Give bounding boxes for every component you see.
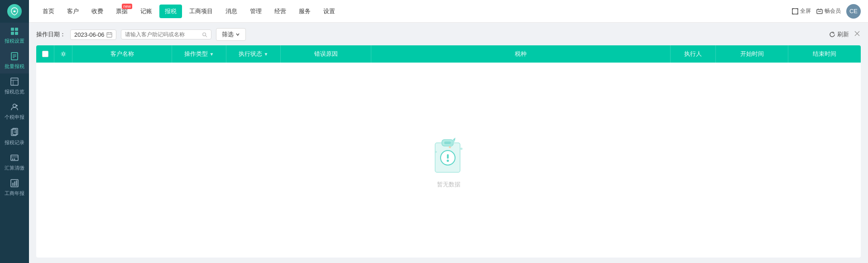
nav-operations[interactable]: 经营	[268, 0, 293, 23]
th-exec-status[interactable]: 执行状态 ▼	[226, 45, 281, 63]
column-settings-icon	[60, 51, 67, 57]
date-input[interactable]: 2023-06-06	[70, 29, 116, 40]
svg-point-44	[435, 151, 437, 153]
svg-rect-29	[106, 32, 111, 37]
svg-point-45	[460, 148, 462, 150]
sidebar-label-batch-tax: 批量报税	[5, 63, 24, 69]
fullscreen-icon	[792, 8, 798, 15]
toolbar-right: 刷新	[829, 30, 861, 39]
nav-services[interactable]: 服务	[293, 0, 317, 23]
tax-settings-icon	[10, 26, 19, 37]
annual-report-icon	[10, 179, 19, 189]
svg-rect-8	[11, 78, 18, 85]
svg-rect-1	[15, 28, 18, 31]
nav-home[interactable]: 首页	[36, 0, 61, 23]
svg-point-43	[446, 160, 449, 162]
tax-records-icon	[10, 128, 19, 138]
content: 操作日期： 2023-06-06 筛选	[29, 23, 868, 263]
sidebar-logo	[0, 0, 29, 23]
svg-rect-26	[792, 9, 798, 14]
sidebar: 报税设置 批量报税 报税总览	[0, 0, 29, 263]
nav-billing[interactable]: 收费	[85, 0, 110, 23]
toolbar: 操作日期： 2023-06-06 筛选	[36, 28, 861, 41]
svg-point-21	[14, 159, 15, 160]
topnav-right: 全屏 畅会员 CE	[792, 4, 861, 19]
fullscreen-btn[interactable]: 全屏	[792, 7, 811, 15]
svg-point-20	[12, 159, 14, 160]
empty-text: 暂无数据	[437, 180, 460, 189]
empty-illustration	[426, 132, 471, 177]
nav-business[interactable]: 工商项目	[183, 0, 219, 23]
search-icon	[202, 32, 207, 38]
refresh-btn[interactable]: 刷新	[829, 30, 849, 39]
sidebar-item-settlement[interactable]: 汇算清缴	[0, 150, 29, 175]
sort-icon-operation: ▼	[210, 52, 214, 57]
th-end-time: 结束时间	[788, 45, 861, 63]
search-box[interactable]	[121, 29, 211, 39]
th-settings	[54, 45, 72, 63]
batch-tax-icon	[10, 52, 19, 62]
th-error-reason: 错误原因	[281, 45, 371, 63]
main-area: 首页 客户 收费 票据 new 记账 报税 工商项目 消息 管理 经营 服务 设…	[29, 0, 868, 263]
sidebar-item-batch-tax[interactable]: 批量报税	[0, 48, 29, 73]
sidebar-label-personal-tax: 个税申报	[5, 114, 24, 120]
sidebar-label-tax-records: 报税记录	[5, 140, 24, 146]
filter-label: 筛选	[222, 30, 234, 39]
logo-icon	[7, 4, 22, 19]
sidebar-label-tax-overview: 报税总览	[5, 89, 24, 95]
member-btn[interactable]: 畅会员	[816, 7, 841, 15]
th-checkbox[interactable]	[36, 45, 54, 63]
sidebar-item-personal-tax[interactable]: 个税申报	[0, 99, 29, 124]
nav-settings[interactable]: 设置	[317, 0, 341, 23]
table-body: 暂无数据	[36, 63, 861, 258]
topnav: 首页 客户 收费 票据 new 记账 报税 工商项目 消息 管理 经营 服务 设…	[29, 0, 868, 23]
sort-icon-status: ▼	[264, 52, 269, 57]
nav-management[interactable]: 管理	[244, 0, 268, 23]
sidebar-label-tax-settings: 报税设置	[5, 38, 24, 44]
sidebar-label-annual-report: 工商年报	[5, 190, 24, 196]
nav-invoice[interactable]: 票据 new	[110, 0, 134, 23]
refresh-icon	[829, 31, 835, 38]
sidebar-item-annual-report[interactable]: 工商年报	[0, 175, 29, 200]
svg-rect-2	[11, 32, 14, 35]
sidebar-item-tax-records[interactable]: 报税记录	[0, 124, 29, 150]
svg-rect-23	[12, 183, 14, 186]
th-operation-type[interactable]: 操作类型 ▼	[172, 45, 226, 63]
svg-rect-3	[15, 32, 18, 35]
calendar-icon	[106, 32, 112, 38]
sidebar-item-tax-overview[interactable]: 报税总览	[0, 73, 29, 99]
refresh-label: 刷新	[837, 30, 849, 39]
svg-point-37	[62, 53, 64, 55]
date-label: 操作日期：	[36, 30, 66, 39]
nav-tax[interactable]: 报税	[159, 5, 182, 18]
nav-messages[interactable]: 消息	[219, 0, 244, 23]
svg-rect-24	[14, 181, 15, 186]
member-label: 畅会员	[825, 7, 841, 15]
th-start-time: 开始时间	[716, 45, 788, 63]
table-header: 客户名称 操作类型 ▼ 执行状态 ▼ 错误原因 税种 执行人 开始时间 结束时间	[36, 45, 861, 63]
th-executor: 执行人	[671, 45, 716, 63]
avatar[interactable]: CE	[846, 4, 861, 19]
invoice-badge: new	[122, 4, 132, 9]
svg-rect-42	[447, 154, 449, 159]
svg-rect-40	[444, 141, 451, 144]
sidebar-label-settlement: 汇算清缴	[5, 165, 24, 171]
select-all-checkbox[interactable]	[42, 51, 48, 57]
personal-tax-icon	[10, 102, 19, 113]
tax-overview-icon	[10, 77, 19, 88]
svg-point-11	[13, 104, 16, 107]
date-value: 2023-06-06	[74, 31, 105, 38]
th-client-name: 客户名称	[72, 45, 172, 63]
table-container: 客户名称 操作类型 ▼ 执行状态 ▼ 错误原因 税种 执行人 开始时间 结束时间	[36, 45, 861, 258]
nav-customer[interactable]: 客户	[61, 0, 85, 23]
search-input[interactable]	[125, 31, 200, 38]
th-tax-type: 税种	[371, 45, 671, 63]
filter-btn[interactable]: 筛选	[216, 28, 246, 41]
fullscreen-label: 全屏	[800, 7, 811, 15]
close-btn[interactable]	[854, 30, 861, 39]
chevron-down-icon	[235, 32, 240, 37]
svg-line-34	[206, 35, 207, 37]
empty-state: 暂无数据	[426, 132, 471, 189]
nav-bookkeeping[interactable]: 记账	[134, 0, 158, 23]
sidebar-item-tax-settings[interactable]: 报税设置	[0, 23, 29, 48]
